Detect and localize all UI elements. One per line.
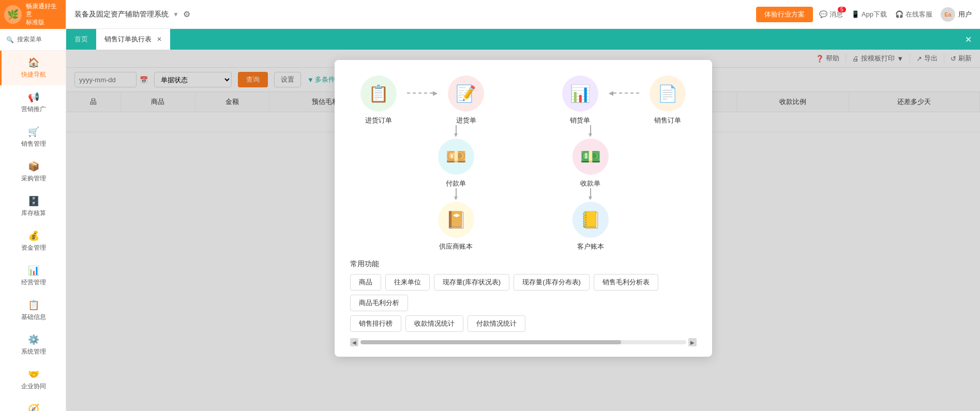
sales-icon: 🛒 bbox=[28, 126, 39, 138]
sidebar-item-basic[interactable]: 📋 基础信息 bbox=[0, 293, 66, 328]
common-btn-sales-rank[interactable]: 销售排行榜 bbox=[350, 315, 401, 332]
modal-scrollbar: ◀ ▶ bbox=[350, 338, 697, 346]
operation-icon: 📊 bbox=[28, 265, 39, 276]
message-action[interactable]: 💬 消息 5 bbox=[819, 10, 843, 19]
arrow-purchase-order-to-bill: ▶ bbox=[407, 89, 438, 111]
sales-bill-icon: 📊 bbox=[562, 75, 598, 112]
purchase-order-icon: 📋 bbox=[360, 75, 397, 112]
sidebar-item-quick-nav[interactable]: 🏠 快捷导航 bbox=[0, 51, 66, 85]
sidebar: 🌿 畅康通好生意 标准版 🔍 搜索菜单 🏠 快捷导航 📢 营销推广 🛒 bbox=[0, 0, 66, 411]
basic-icon: 📋 bbox=[28, 299, 39, 311]
dropdown-arrow-icon: ▼ bbox=[173, 11, 179, 18]
common-btn-partners[interactable]: 往来单位 bbox=[385, 274, 430, 291]
flow-node-customer-ledger[interactable]: 📒 客户账本 bbox=[557, 202, 624, 251]
search-menu-button[interactable]: 🔍 搜索菜单 bbox=[4, 33, 62, 46]
receipt-icon: 💵 bbox=[572, 139, 609, 175]
sidebar-item-inventory[interactable]: 🗄️ 库存核算 bbox=[0, 189, 66, 224]
flow-node-purchase-bill[interactable]: 📝 进货单 bbox=[438, 75, 494, 125]
common-buttons-row: 商品 往来单位 现存量(库存状况表) 现存量(库存分布表) 销售毛利分析表 商品… bbox=[350, 274, 697, 311]
sales-order-label: 销售订单 bbox=[654, 116, 681, 125]
logo-icon: 🌿 bbox=[4, 5, 22, 24]
purchase-icon: 📦 bbox=[28, 161, 39, 172]
system-name: 装备及固定资产辅助管理系统 bbox=[74, 10, 169, 19]
scrollbar-thumb bbox=[360, 340, 621, 344]
common-btn-receipt-stats[interactable]: 收款情况统计 bbox=[405, 315, 463, 332]
newbie-icon: 🧭 bbox=[28, 403, 39, 411]
message-badge: 5 bbox=[838, 7, 846, 12]
tab-sales-order[interactable]: 销售订单执行表 ✕ bbox=[96, 29, 170, 50]
flow-node-purchase-order[interactable]: 📋 进货订单 bbox=[350, 75, 406, 125]
flow-node-receipt[interactable]: 💵 收款单 bbox=[557, 139, 624, 188]
sidebar-item-marketing[interactable]: 📢 营销推广 bbox=[0, 85, 66, 120]
sidebar-item-sales[interactable]: 🛒 销售管理 bbox=[0, 120, 66, 155]
topbar-title: 装备及固定资产辅助管理系统 ▼ ⚙ bbox=[74, 9, 750, 19]
supplier-ledger-label: 供应商账本 bbox=[439, 242, 473, 251]
payment-icon: 💴 bbox=[438, 139, 474, 175]
common-btn-profit-analysis[interactable]: 销售毛利分析表 bbox=[594, 274, 658, 291]
arrow-sales-order-to-bill: ▶ bbox=[609, 89, 639, 111]
corp-icon: 🤝 bbox=[28, 369, 39, 380]
scroll-right-button[interactable]: ▶ bbox=[688, 338, 697, 346]
purchase-order-label: 进货订单 bbox=[365, 116, 392, 125]
home-icon: 🏠 bbox=[28, 57, 39, 68]
download-icon: 📱 bbox=[851, 10, 860, 18]
online-service-action[interactable]: 🎧 在线客服 bbox=[895, 10, 932, 19]
receipt-label: 收款单 bbox=[580, 179, 600, 188]
sidebar-item-system[interactable]: ⚙️ 系统管理 bbox=[0, 328, 66, 362]
common-btn-stock-dist[interactable]: 现存量(库存分布表) bbox=[514, 274, 590, 291]
customer-ledger-icon: 📒 bbox=[572, 202, 609, 238]
sidebar-item-purchase[interactable]: 📦 采购管理 bbox=[0, 155, 66, 189]
flow-node-payment[interactable]: 💴 付款单 bbox=[423, 139, 490, 188]
app-download-action[interactable]: 📱 App下载 bbox=[851, 10, 887, 19]
main-area: 装备及固定资产辅助管理系统 ▼ ⚙ 体验行业方案 💬 消息 5 📱 App下载 … bbox=[66, 0, 980, 411]
common-functions-title: 常用功能 bbox=[350, 260, 697, 269]
topbar: 装备及固定资产辅助管理系统 ▼ ⚙ 体验行业方案 💬 消息 5 📱 App下载 … bbox=[66, 0, 980, 29]
tabbar: 首页 销售订单执行表 ✕ ✕ bbox=[66, 29, 980, 50]
system-icon: ⚙️ bbox=[28, 334, 39, 345]
purchase-bill-icon: 📝 bbox=[448, 75, 484, 112]
flow-modal: 📋 进货订单 ▶ 📝 bbox=[335, 60, 712, 357]
settings-icon[interactable]: ⚙ bbox=[183, 9, 190, 19]
service-icon: 🎧 bbox=[895, 10, 903, 18]
common-buttons-row2: 销售排行榜 收款情况统计 付款情况统计 bbox=[350, 315, 697, 332]
common-btn-payment-stats[interactable]: 付款情况统计 bbox=[468, 315, 525, 332]
flow-node-supplier-ledger[interactable]: 📔 供应商账本 bbox=[423, 202, 490, 251]
sidebar-logo: 🌿 畅康通好生意 标准版 bbox=[0, 0, 66, 29]
trial-button[interactable]: 体验行业方案 bbox=[756, 7, 813, 22]
payment-label: 付款单 bbox=[446, 179, 466, 188]
sidebar-search[interactable]: 🔍 搜索菜单 bbox=[0, 29, 66, 51]
common-btn-product-profit[interactable]: 商品毛利分析 bbox=[350, 295, 408, 311]
purchase-bill-label: 进货单 bbox=[456, 116, 476, 125]
sales-order-icon: 📄 bbox=[650, 75, 686, 112]
modal-overlay[interactable]: 📋 进货订单 ▶ 📝 bbox=[66, 50, 980, 411]
tabbar-close-button[interactable]: ✕ bbox=[965, 35, 980, 44]
supplier-ledger-icon: 📔 bbox=[438, 202, 474, 238]
common-btn-product[interactable]: 商品 bbox=[350, 274, 381, 291]
user-avatar: Ea bbox=[941, 7, 955, 22]
flow-node-sales-order[interactable]: 📄 销售订单 bbox=[639, 75, 696, 125]
content-area: ❓ 帮助 🖨 按模板打印 ▼ ↗ 导出 ↺ 刷新 bbox=[66, 50, 980, 411]
message-icon: 💬 bbox=[819, 10, 827, 18]
sidebar-item-operation[interactable]: 📊 经营管理 bbox=[0, 258, 66, 293]
marketing-icon: 📢 bbox=[28, 92, 39, 103]
common-btn-stock-status[interactable]: 现存量(库存状况表) bbox=[434, 274, 510, 291]
scrollbar-track[interactable] bbox=[360, 340, 686, 344]
sidebar-item-corp[interactable]: 🤝 企业协同 bbox=[0, 362, 66, 397]
flow-node-sales-bill[interactable]: 📊 销货单 bbox=[552, 75, 609, 125]
common-functions-section: 常用功能 商品 往来单位 现存量(库存状况表) 现存量(库存分布表) 销售毛利分… bbox=[350, 260, 697, 332]
search-icon: 🔍 bbox=[6, 36, 14, 43]
sidebar-nav: 🏠 快捷导航 📢 营销推广 🛒 销售管理 📦 采购管理 🗄️ 库存核算 💰 bbox=[0, 51, 66, 411]
customer-ledger-label: 客户账本 bbox=[577, 242, 604, 251]
inventory-icon: 🗄️ bbox=[28, 195, 39, 207]
scroll-left-button[interactable]: ◀ bbox=[350, 338, 358, 346]
sidebar-item-newbie[interactable]: 🧭 新手引导 bbox=[0, 397, 66, 411]
tab-home[interactable]: 首页 bbox=[66, 29, 96, 50]
user-area[interactable]: Ea 用户 bbox=[941, 7, 972, 22]
sales-bill-label: 销货单 bbox=[570, 116, 590, 125]
sidebar-item-finance[interactable]: 💰 资金管理 bbox=[0, 224, 66, 258]
logo-text: 畅康通好生意 标准版 bbox=[26, 3, 62, 27]
tab-close-icon[interactable]: ✕ bbox=[157, 36, 162, 43]
topbar-actions: 💬 消息 5 📱 App下载 🎧 在线客服 Ea 用户 bbox=[819, 7, 972, 22]
user-name: 用户 bbox=[958, 10, 972, 19]
finance-icon: 💰 bbox=[28, 230, 39, 241]
